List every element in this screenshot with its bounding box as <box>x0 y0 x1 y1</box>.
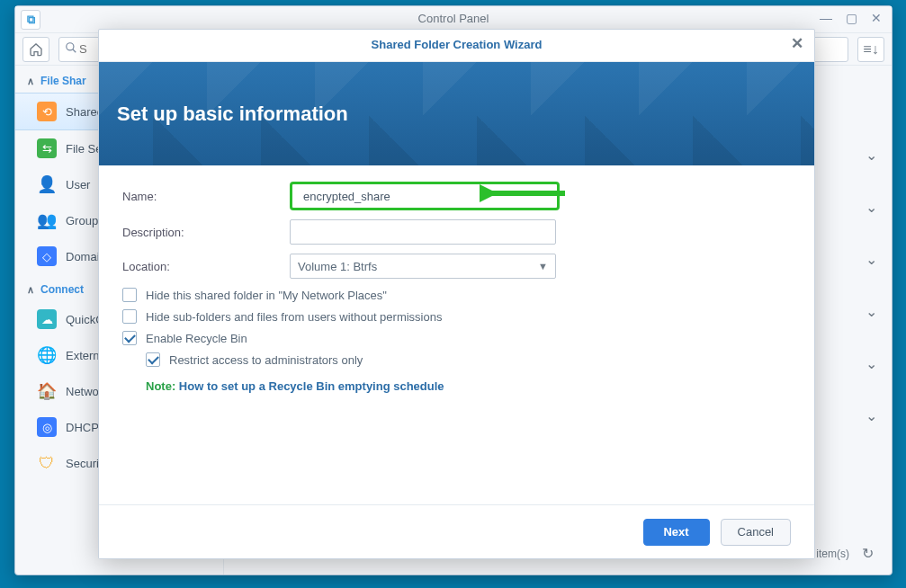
chevron-down-icon: ▼ <box>538 261 548 272</box>
home-button[interactable] <box>22 37 49 62</box>
checkbox-enable-recycle[interactable] <box>122 331 137 345</box>
name-input[interactable] <box>296 185 553 207</box>
status-bar: 0 item(s) ↻ <box>807 545 874 562</box>
chevron-down-icon[interactable]: ⌄ <box>866 251 877 268</box>
location-label: Location: <box>122 260 290 273</box>
sort-button[interactable]: ≡↓ <box>857 37 884 62</box>
checkbox-label: Hide this shared folder in "My Network P… <box>146 289 387 302</box>
checkbox-label: Enable Recycle Bin <box>146 332 247 345</box>
sidebar-item-label: Extern <box>66 349 100 362</box>
location-select[interactable]: Volume 1: Btrfs ▼ <box>290 254 556 279</box>
maximize-icon[interactable]: ▢ <box>841 10 861 28</box>
note-label: Note: <box>146 379 175 393</box>
user-icon: 👤 <box>37 174 57 194</box>
next-button[interactable]: Next <box>643 519 710 546</box>
close-window-icon[interactable]: ✕ <box>866 10 886 28</box>
reload-icon[interactable]: ↻ <box>862 545 874 562</box>
sidebar-item-label: Networ <box>66 385 103 398</box>
search-icon <box>65 41 77 58</box>
close-icon[interactable]: ✕ <box>789 37 805 53</box>
checkbox-restrict-admins[interactable] <box>146 352 160 367</box>
window-controls: — ▢ ✕ <box>816 10 886 28</box>
minimize-icon[interactable]: — <box>816 10 836 28</box>
svg-line-1 <box>73 49 76 52</box>
checkbox-label: Restrict access to administrators only <box>169 353 363 367</box>
cancel-button[interactable]: Cancel <box>721 519 791 546</box>
shared-folder-icon: ⟲ <box>37 102 57 121</box>
description-label: Description: <box>122 226 290 239</box>
form-row-name: Name: <box>122 182 791 210</box>
sidebar-item-label: File Se <box>66 142 102 156</box>
app-icon: ⧉ <box>21 10 40 30</box>
globe-icon: 🌐 <box>37 345 57 365</box>
checkbox-hide-network[interactable] <box>122 288 137 302</box>
wizard-footer: Next Cancel <box>99 504 814 558</box>
sidebar-item-label: Domai <box>66 250 100 263</box>
file-services-icon: ⇆ <box>37 138 57 158</box>
name-label: Name: <box>122 190 290 203</box>
location-select-value: Volume 1: Btrfs <box>298 260 377 273</box>
checkbox-row-restrict-admins[interactable]: Restrict access to administrators only <box>146 352 791 367</box>
name-highlight-box <box>290 182 560 210</box>
chevron-down-icon[interactable]: ⌄ <box>866 199 877 216</box>
chevron-down-icon[interactable]: ⌄ <box>866 355 877 372</box>
wizard-hero: Set up basic information <box>99 62 814 165</box>
network-icon: 🏠 <box>37 381 57 401</box>
domain-icon: ◇ <box>37 246 57 266</box>
wizard-body: Name: Description: Location: Volume 1: B… <box>99 165 814 504</box>
group-icon: 👥 <box>37 210 57 230</box>
form-row-location: Location: Volume 1: Btrfs ▼ <box>122 254 791 279</box>
note-link[interactable]: How to set up a Recycle Bin emptying sch… <box>179 379 444 393</box>
dhcp-icon: ◎ <box>37 417 57 437</box>
sidebar-group-label: File Shar <box>40 75 86 87</box>
wizard-heading: Set up basic information <box>117 102 348 126</box>
chevron-down-icon[interactable]: ⌄ <box>866 407 877 424</box>
description-input[interactable] <box>290 219 556 245</box>
checkbox-row-enable-recycle[interactable]: Enable Recycle Bin <box>122 331 791 345</box>
shield-icon: 🛡 <box>37 453 57 473</box>
checkbox-row-hide-network[interactable]: Hide this shared folder in "My Network P… <box>122 288 791 302</box>
checkbox-hide-subfolders[interactable] <box>122 309 137 324</box>
wizard-title-text: Shared Folder Creation Wizard <box>372 38 543 51</box>
note: Note: How to set up a Recycle Bin emptyi… <box>146 379 791 393</box>
cloud-icon: ☁ <box>37 309 57 329</box>
wizard-titlebar: Shared Folder Creation Wizard ✕ <box>99 30 814 62</box>
sidebar-item-label: Group <box>66 214 98 227</box>
chevron-down-icon[interactable]: ⌄ <box>866 303 877 320</box>
form-row-description: Description: <box>122 219 791 245</box>
shared-folder-creation-wizard: Shared Folder Creation Wizard ✕ Set up b… <box>98 29 815 559</box>
window-title: Control Panel <box>418 12 489 25</box>
sidebar-group-label: Connect <box>40 283 84 296</box>
chevron-down-icon[interactable]: ⌄ <box>866 147 877 164</box>
checkbox-label: Hide sub-folders and files from users wi… <box>146 310 442 324</box>
accordion-list-chevrons: ⌄ ⌄ ⌄ ⌄ ⌄ ⌄ <box>866 147 877 424</box>
svg-point-0 <box>67 42 74 49</box>
checkbox-row-hide-subfolders[interactable]: Hide sub-folders and files from users wi… <box>122 309 791 324</box>
chevron-up-icon: ∧ <box>26 284 35 296</box>
chevron-up-icon: ∧ <box>26 76 35 87</box>
sidebar-item-label: User <box>66 178 90 192</box>
